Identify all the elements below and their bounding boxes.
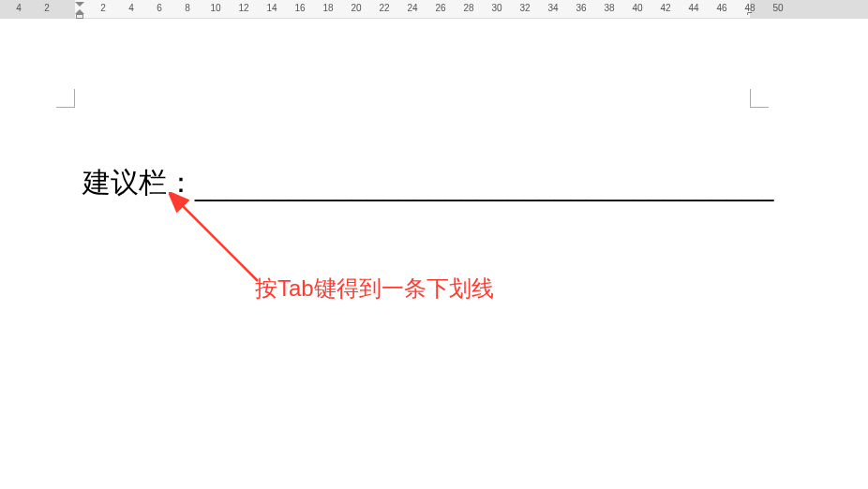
ruler-tick: 12 bbox=[238, 3, 248, 13]
margin-corner-top-right bbox=[750, 89, 769, 108]
ruler-tick: 16 bbox=[294, 3, 305, 13]
margin-corner-top-left bbox=[56, 89, 75, 108]
document-line[interactable]: 建议栏： ___________________________________… bbox=[82, 164, 773, 202]
ruler-tick: 20 bbox=[351, 3, 361, 13]
first-line-indent-icon[interactable] bbox=[75, 2, 84, 7]
ruler-tick: 26 bbox=[435, 3, 445, 13]
ruler-tick: 30 bbox=[491, 3, 501, 13]
tab-stop-marker[interactable]: ⌐ bbox=[747, 7, 753, 18]
ruler-tick: 46 bbox=[716, 3, 726, 13]
ruler-tick: 2 bbox=[100, 3, 106, 13]
ruler-right-margin bbox=[750, 0, 868, 18]
document-page[interactable]: 建议栏： ___________________________________… bbox=[0, 19, 868, 489]
ruler-tick: 40 bbox=[632, 3, 642, 13]
ruler-tick: 42 bbox=[660, 3, 670, 13]
ruler-tick: 4 bbox=[128, 3, 134, 13]
horizontal-ruler[interactable]: 4224681012141618202224262830323436384042… bbox=[0, 0, 868, 19]
tab-underline[interactable]: _____________________________________ bbox=[195, 170, 773, 202]
ruler-tick: 38 bbox=[604, 3, 614, 13]
ruler-tick: 44 bbox=[688, 3, 698, 13]
ruler-tick: 4 bbox=[16, 3, 22, 13]
indent-marker[interactable] bbox=[75, 0, 84, 19]
left-indent-icon[interactable] bbox=[76, 14, 83, 19]
ruler-tick: 2 bbox=[44, 3, 50, 13]
ruler-tick: 50 bbox=[772, 3, 783, 13]
suggestion-label[interactable]: 建议栏： bbox=[82, 164, 195, 202]
ruler-tick: 32 bbox=[519, 3, 530, 13]
ruler-tick: 28 bbox=[463, 3, 473, 13]
ruler-left-margin bbox=[0, 0, 75, 18]
ruler-tick: 10 bbox=[210, 3, 220, 13]
ruler-tick: 18 bbox=[322, 3, 333, 13]
ruler-tick: 8 bbox=[185, 3, 190, 13]
svg-line-1 bbox=[180, 203, 258, 281]
ruler-tick: 22 bbox=[379, 3, 389, 13]
annotation-text: 按Tab键得到一条下划线 bbox=[255, 274, 494, 304]
ruler-tick: 6 bbox=[157, 3, 162, 13]
ruler-tick: 14 bbox=[266, 3, 277, 13]
ruler-tick: 36 bbox=[576, 3, 586, 13]
ruler-tick: 34 bbox=[547, 3, 558, 13]
ruler-tick: 24 bbox=[407, 3, 417, 13]
